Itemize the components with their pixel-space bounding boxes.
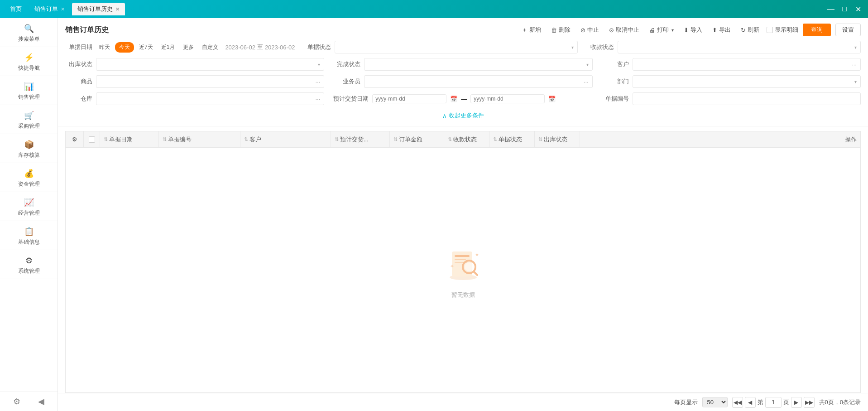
sidebar-settings-icon[interactable]: ⚙	[13, 396, 20, 406]
filter-row-1: 单据日期 昨天 今天 近7天 近1月 更多 自定义 2023-06-02 至 2…	[65, 41, 861, 53]
th-bill-no-label: 单据编号	[168, 135, 192, 144]
cancel-stop-label: 取消中止	[616, 26, 639, 34]
th-warehouse-status-label: 出库状态	[544, 135, 567, 144]
sidebar: 🔍 搜索菜单 ⚡ 快捷导航 📊 销售管理 🛒 采购管理 📦 库存核算 💰 资金管…	[0, 18, 58, 411]
sidebar-item-base-info-label: 基础信息	[18, 238, 40, 246]
minimize-button[interactable]: —	[825, 4, 836, 15]
sidebar-item-capital[interactable]: 💰 资金管理	[0, 163, 58, 192]
warehouse-input[interactable]: ···	[96, 92, 324, 105]
product-input[interactable]: ···	[96, 75, 324, 88]
filter-date: 单据日期 昨天 今天 近7天 近1月 更多 自定义 2023-06-02 至 2…	[65, 42, 295, 53]
page-input[interactable]	[765, 397, 782, 408]
import-button[interactable]: ⬇ 导入	[681, 24, 705, 36]
export-button[interactable]: ⬆ 导出	[710, 24, 734, 36]
bill-status-label: 单据状态	[304, 43, 331, 51]
tab-sales-order-history-close[interactable]: ✕	[115, 6, 120, 12]
close-button[interactable]: ✕	[853, 4, 863, 15]
date-btn-more[interactable]: 更多	[180, 42, 197, 53]
refresh-button[interactable]: ↻ 刷新	[738, 24, 762, 36]
collapse-label: 收起更多条件	[449, 111, 484, 120]
setting-button[interactable]: 设置	[835, 24, 861, 36]
print-button[interactable]: 🖨 打印	[647, 24, 676, 36]
bill-status-select[interactable]: ▾	[335, 41, 578, 53]
payment-status-select[interactable]: ▾	[618, 41, 861, 53]
prev-page-button[interactable]: ◀	[745, 397, 756, 408]
th-settings[interactable]: ⚙	[66, 131, 84, 147]
filter-delivery-date: 预计交货日期 📅 — 📅	[333, 94, 592, 103]
th-customer-label: 客户	[249, 135, 261, 144]
sidebar-collapse-icon[interactable]: ◀	[38, 396, 44, 406]
sidebar-item-sales-mgmt[interactable]: 📊 销售管理	[0, 76, 58, 105]
delivery-date-end[interactable]	[470, 94, 545, 103]
th-delivery-date[interactable]: 预计交货...	[331, 131, 390, 147]
display-toggle[interactable]: 显示明细	[767, 26, 798, 34]
salesperson-label: 业务员	[333, 77, 360, 86]
date-btn-custom[interactable]: 自定义	[199, 42, 221, 53]
export-label: 导出	[719, 26, 731, 34]
complete-status-select[interactable]: ▾	[364, 58, 592, 71]
th-warehouse-status[interactable]: 出库状态	[535, 131, 580, 147]
select-all-checkbox[interactable]	[89, 136, 95, 143]
th-order-amount[interactable]: 订单金额	[390, 131, 444, 147]
sidebar-item-inventory[interactable]: 📦 库存核算	[0, 134, 58, 163]
th-bill-date-label: 单据日期	[109, 135, 133, 144]
sidebar-item-quick-nav[interactable]: ⚡ 快捷导航	[0, 47, 58, 76]
collapse-button[interactable]: ∧ 收起更多条件	[65, 110, 861, 121]
th-bill-date[interactable]: 单据日期	[100, 131, 159, 147]
th-customer[interactable]: 客户	[240, 131, 331, 147]
last-page-button[interactable]: ▶▶	[804, 397, 815, 408]
bill-number-label: 单据编号	[602, 95, 629, 103]
sidebar-item-purchase-mgmt[interactable]: 🛒 采购管理	[0, 105, 58, 134]
sidebar-item-search-menu[interactable]: 🔍 搜索菜单	[0, 18, 58, 47]
tab-sales-order-close[interactable]: ✕	[61, 6, 65, 12]
salesperson-input[interactable]: ···	[364, 75, 592, 88]
tab-home[interactable]: 首页	[5, 3, 27, 15]
first-page-button[interactable]: ◀◀	[732, 397, 743, 408]
sidebar-item-system-mgmt-label: 系统管理	[18, 267, 40, 275]
filter-salesperson: 业务员 ···	[333, 75, 592, 88]
complete-status-label: 完成状态	[333, 60, 360, 68]
tab-sales-order-history-label: 销售订单历史	[77, 5, 113, 13]
date-btn-yesterday[interactable]: 昨天	[96, 42, 113, 53]
per-page-select[interactable]: 50 10 20 100	[702, 397, 728, 407]
query-button[interactable]: 查询	[803, 24, 831, 36]
th-payment-status[interactable]: 收款状态	[444, 131, 489, 147]
complete-status-arrow: ▾	[586, 62, 589, 67]
th-bill-no[interactable]: 单据编号	[159, 131, 240, 147]
maximize-button[interactable]: □	[839, 4, 850, 15]
product-dots: ···	[315, 78, 320, 85]
cancel-stop-icon: ⊙	[609, 27, 614, 34]
next-page-button[interactable]: ▶	[791, 397, 802, 408]
new-button[interactable]: ＋ 新增	[519, 24, 544, 36]
inventory-icon: 📦	[24, 140, 34, 150]
svg-rect-2	[455, 255, 470, 257]
search-menu-icon: 🔍	[24, 24, 34, 34]
department-label: 部门	[602, 77, 629, 86]
warehouse-status-select[interactable]: ▾	[96, 58, 324, 71]
sidebar-item-system-mgmt[interactable]: ⚙ 系统管理	[0, 250, 58, 279]
filter-warehouse-status: 出库状态 ▾	[65, 58, 324, 71]
cancel-stop-button[interactable]: ⊙ 取消中止	[606, 24, 642, 36]
sidebar-item-base-info[interactable]: 📋 基础信息	[0, 221, 58, 250]
tab-sales-order-label: 销售订单	[34, 5, 58, 13]
empty-illustration: ✦ ✦	[443, 243, 484, 284]
date-btn-today[interactable]: 今天	[115, 42, 134, 53]
customer-dots: ···	[852, 61, 857, 68]
display-toggle-checkbox[interactable]	[767, 27, 773, 33]
delete-button[interactable]: 🗑 删除	[548, 24, 573, 36]
delivery-date-start[interactable]	[372, 94, 446, 103]
tab-sales-order-history[interactable]: 销售订单历史 ✕	[72, 3, 125, 15]
th-bill-status[interactable]: 单据状态	[489, 131, 535, 147]
stop-label: 中止	[587, 26, 599, 34]
stop-button[interactable]: ⊘ 中止	[578, 24, 602, 36]
tab-sales-order[interactable]: 销售订单 ✕	[29, 3, 70, 15]
th-checkbox[interactable]	[84, 131, 100, 147]
bill-number-input[interactable]	[633, 92, 861, 105]
department-select[interactable]: ▾	[633, 75, 861, 88]
filter-department: 部门 ▾	[602, 75, 861, 88]
date-btn-7days[interactable]: 近7天	[136, 42, 156, 53]
sidebar-item-operations[interactable]: 📈 经营管理	[0, 192, 58, 221]
date-btn-1month[interactable]: 近1月	[158, 42, 178, 53]
customer-input[interactable]: ···	[633, 58, 861, 71]
print-label: 打印	[657, 26, 669, 34]
